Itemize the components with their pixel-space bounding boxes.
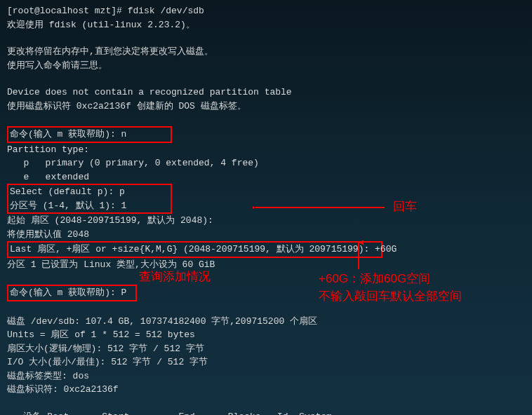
- terminal-line: Units = 扇区 of 1 * 512 = 512 bytes: [7, 328, 525, 342]
- terminal-line: 分区号 (1-4, 默认 1): 1: [10, 199, 169, 213]
- terminal-line: 将使用默认值 2048: [7, 228, 525, 242]
- arrow-enter: [253, 203, 386, 212]
- terminal-line: 使用磁盘标识符 0xc2a2136f 创建新的 DOS 磁盘标签。: [7, 100, 525, 114]
- terminal-line: I/O 大小(最小/最佳): 512 字节 / 512 字节: [7, 355, 525, 369]
- terminal-line: Last 扇区, +扇区 or +size{K,M,G} (2048-20971…: [10, 243, 380, 257]
- terminal-line: 磁盘标签类型: dos: [7, 369, 525, 383]
- terminal-line: 分区 1 已设置为 Linux 类型,大小设为 60 GiB: [7, 258, 525, 272]
- terminal-line: 磁盘标识符: 0xc2a2136f: [7, 383, 525, 397]
- terminal-line: Device does not contain a recognized par…: [7, 86, 525, 100]
- terminal-line: Partition type:: [7, 143, 525, 157]
- blank-line: [7, 32, 525, 45]
- blank-line: [7, 271, 525, 285]
- terminal-line: e extended: [7, 170, 525, 184]
- highlight-box-command-p: 命令(输入 m 获取帮助): P: [7, 285, 137, 301]
- arrow-60g: [354, 240, 364, 271]
- terminal-line-prompt: [root@localhost mzt]# fdisk /dev/sdb: [7, 4, 525, 18]
- highlight-box-last-sector: Last 扇区, +扇区 or +size{K,M,G} (2048-20971…: [7, 241, 383, 258]
- terminal-line: Select (default p): p: [10, 185, 169, 199]
- terminal-line: 更改将停留在内存中,直到您决定将更改写入磁盘。: [7, 45, 525, 59]
- terminal-line: 使用写入命令前请三思。: [7, 59, 525, 73]
- terminal-line: 欢迎使用 fdisk (util-linux 2.23.2)。: [7, 18, 525, 32]
- blank-line: [7, 113, 525, 126]
- partition-table-header: 设备 Boot Start End Blocks Id System: [7, 410, 525, 416]
- terminal-line: 磁盘 /dev/sdb: 107.4 GB, 107374182400 字节,2…: [7, 315, 525, 329]
- blank-line: [7, 72, 525, 86]
- annotation-60g: +60G：添加60G空间: [319, 270, 430, 288]
- annotation-default-all: 不输入敲回车默认全部空间: [319, 287, 462, 306]
- annotation-enter: 回车: [393, 198, 417, 216]
- annotation-query: 查询添加情况: [139, 268, 211, 286]
- terminal-line-command: 命令(输入 m 获取帮助): P: [10, 286, 134, 300]
- highlight-box-select-partition: Select (default p): p 分区号 (1-4, 默认 1): 1: [7, 184, 172, 214]
- terminal-line: p primary (0 primary, 0 extended, 4 free…: [7, 156, 525, 170]
- terminal-line-command: 命令(输入 m 获取帮助): n: [10, 128, 169, 142]
- blank-line: [7, 397, 525, 410]
- terminal-line: 扇区大小(逻辑/物理): 512 字节 / 512 字节: [7, 342, 525, 356]
- terminal-line: 起始 扇区 (2048-209715199, 默认为 2048):: [7, 214, 525, 228]
- highlight-box-command-n: 命令(输入 m 获取帮助): n: [7, 126, 172, 143]
